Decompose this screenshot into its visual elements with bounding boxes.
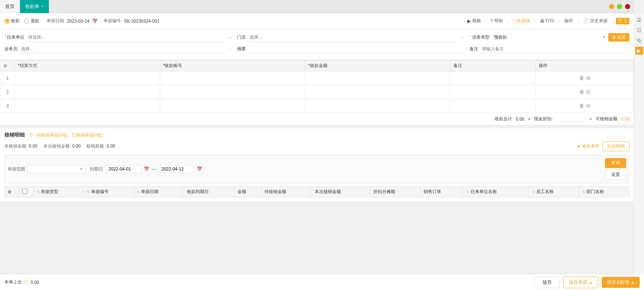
plus-sign: + bbox=[528, 117, 530, 122]
calendar-icon[interactable]: 📅 bbox=[92, 19, 98, 24]
counterpart-input[interactable] bbox=[27, 33, 225, 42]
date-start-input[interactable] bbox=[105, 165, 142, 173]
help-icon: ? bbox=[491, 18, 493, 24]
delete-row-1-icon[interactable]: 🗑 bbox=[579, 75, 584, 81]
tab-bar: 首页 收款单 × bbox=[0, 0, 634, 13]
layout-btn[interactable]: ☰ ☷ bbox=[616, 18, 629, 24]
video-icon: ▶ bbox=[467, 18, 471, 24]
store-more-icon[interactable]: ··· bbox=[460, 34, 466, 40]
verify-section: 核销明细 ⓘ 待核销单据(0笔) 已核销单据(0笔) 未核销金额 0.00 本次… bbox=[0, 128, 634, 201]
date-end-calendar-icon[interactable]: 📅 bbox=[197, 166, 202, 172]
copy-row-1-icon[interactable]: ⧉ bbox=[586, 75, 590, 81]
minimize-button[interactable] bbox=[609, 4, 614, 9]
query-button[interactable]: 查询 bbox=[605, 158, 626, 168]
operation-btn[interactable]: 操作 bbox=[563, 17, 574, 25]
more-conditions-btn[interactable]: ▼ 更多条件 bbox=[577, 143, 600, 149]
td-amount-2[interactable] bbox=[305, 85, 451, 99]
main-form: *往来单位 ··· 门店 ··· *业务类型 预收款 ▼ ⚙ 设置 业务 bbox=[0, 29, 634, 60]
num-value: SK-20230324-001 bbox=[124, 19, 159, 24]
biz-type-value: 预收款 bbox=[494, 34, 507, 40]
td-action-3: 🗑 ⧉ bbox=[536, 99, 634, 113]
store-label: 门店 bbox=[237, 34, 246, 40]
shortcut-btn[interactable]: ⎕ 快捷键 bbox=[511, 17, 531, 25]
tab-home[interactable]: 首页 bbox=[0, 0, 20, 13]
counterpart-col: 往来单位名称 bbox=[471, 189, 497, 194]
collect-label: 收款合计 bbox=[495, 116, 512, 122]
td-note-3[interactable] bbox=[450, 99, 536, 113]
copy-row-3-icon[interactable]: ⧉ bbox=[586, 103, 590, 109]
doc-info: 单据日期 2023-03-24 📅 单据编号 SK-20230324-001 bbox=[47, 18, 160, 24]
refund-radio[interactable]: 退款 bbox=[24, 18, 39, 24]
receive-radio[interactable]: 收款 bbox=[4, 18, 20, 24]
date-start-calendar-icon[interactable]: 📅 bbox=[144, 166, 149, 172]
discount-label: 现金折扣: bbox=[534, 116, 553, 122]
maximize-button[interactable] bbox=[617, 4, 622, 9]
discount-input[interactable] bbox=[557, 116, 586, 122]
date-label: 单据日期 bbox=[47, 18, 64, 24]
td-note-1[interactable] bbox=[450, 71, 536, 85]
td-account-2[interactable] bbox=[160, 85, 305, 99]
print-btn[interactable]: 🖶 打印 bbox=[538, 17, 556, 25]
row-num-3: 3 bbox=[0, 99, 15, 113]
keyboard-icon: ⎕ bbox=[513, 18, 516, 24]
th-checkbox[interactable] bbox=[19, 187, 34, 197]
delete-row-2-icon[interactable]: 🗑 bbox=[579, 89, 584, 95]
th-gear[interactable]: ⚙ bbox=[5, 187, 19, 197]
pending-tab-link[interactable]: 待核销单据(0笔) bbox=[36, 132, 68, 138]
history-btn[interactable]: 📄 历史单据 bbox=[582, 17, 609, 25]
sidebar-list-icon[interactable]: ☷ bbox=[635, 26, 643, 34]
td-amount-1[interactable] bbox=[305, 71, 451, 85]
select-all-checkbox[interactable] bbox=[22, 189, 27, 194]
close-button[interactable] bbox=[625, 4, 630, 9]
net-label: 可核销金额 bbox=[596, 116, 617, 122]
table-gear-icon[interactable]: ⚙ bbox=[3, 63, 7, 68]
print-icon: 🖶 bbox=[540, 18, 545, 24]
th-due-date: 收款到期日 bbox=[184, 187, 235, 197]
date-end-input[interactable] bbox=[158, 165, 195, 173]
pending-col: 待核销金额 bbox=[264, 189, 286, 194]
td-account-1[interactable] bbox=[160, 71, 305, 85]
staff-more-icon[interactable]: ··· bbox=[227, 46, 233, 52]
help-btn[interactable]: ? 帮助 bbox=[489, 17, 504, 25]
td-amount-3[interactable] bbox=[305, 99, 451, 113]
settings-button[interactable]: ⚙ 设置 bbox=[608, 33, 629, 42]
td-settlement-3[interactable] bbox=[15, 99, 160, 113]
sidebar-expand-icon[interactable]: ▶ bbox=[635, 47, 643, 55]
filter-settings-button[interactable]: 设置 bbox=[605, 169, 626, 180]
counterpart-more-icon[interactable]: ··· bbox=[227, 34, 233, 40]
sidebar-table-icon[interactable]: ☰ bbox=[635, 16, 643, 24]
store-input[interactable] bbox=[248, 33, 458, 42]
filter-row: 单据范围 ▼ 到期日 📅 — 📅 查询 设置 bbox=[4, 155, 629, 183]
tab-home-label: 首页 bbox=[5, 3, 15, 10]
counterpart-field: *往来单位 ··· bbox=[4, 33, 233, 42]
td-account-3[interactable] bbox=[160, 99, 305, 113]
bottom-table-gear-icon[interactable]: ⚙ bbox=[8, 189, 12, 195]
current-verify-label: 本次核销金额 bbox=[43, 144, 70, 149]
biz-type-arrow[interactable]: ▼ bbox=[602, 35, 606, 40]
note-input[interactable] bbox=[480, 44, 629, 53]
done-tab-link[interactable]: 已核销单据(0笔) bbox=[72, 132, 103, 138]
delete-row-3-icon[interactable]: 🗑 bbox=[579, 103, 584, 109]
diff-value: 0.00 bbox=[107, 144, 115, 149]
td-settlement-2[interactable] bbox=[15, 85, 160, 99]
history-label: 历史单据 bbox=[590, 18, 608, 24]
doc-range-select[interactable] bbox=[27, 165, 86, 173]
verify-info-icon[interactable]: ⓘ bbox=[28, 132, 33, 138]
staff-col: 员工名称 bbox=[536, 189, 554, 194]
tab-current[interactable]: 收款单 × bbox=[20, 0, 49, 13]
table-row: 1 🗑 ⧉ bbox=[0, 71, 634, 85]
auto-verify-btn[interactable]: 自动核销 bbox=[602, 141, 629, 151]
table-settings-header[interactable]: ⚙ bbox=[0, 60, 15, 71]
copy-row-2-icon[interactable]: ⧉ bbox=[586, 89, 590, 95]
staff-input[interactable] bbox=[20, 44, 225, 53]
form-row-1: *往来单位 ··· 门店 ··· *业务类型 预收款 ▼ ⚙ 设置 bbox=[4, 33, 629, 42]
summary-input[interactable] bbox=[248, 44, 466, 53]
close-tab-icon[interactable]: × bbox=[42, 4, 44, 8]
video-btn[interactable]: ▶ 视频 bbox=[466, 17, 482, 25]
sidebar-attachment-icon[interactable]: 📎 bbox=[635, 36, 643, 44]
verify-header: 核销明细 ⓘ 待核销单据(0笔) 已核销单据(0笔) bbox=[4, 132, 629, 138]
td-settlement-1[interactable] bbox=[15, 71, 160, 85]
td-note-2[interactable] bbox=[450, 85, 536, 99]
summary-label: 摘要 bbox=[237, 46, 246, 52]
th-dept: ⇅ 部门名称 bbox=[579, 187, 629, 197]
